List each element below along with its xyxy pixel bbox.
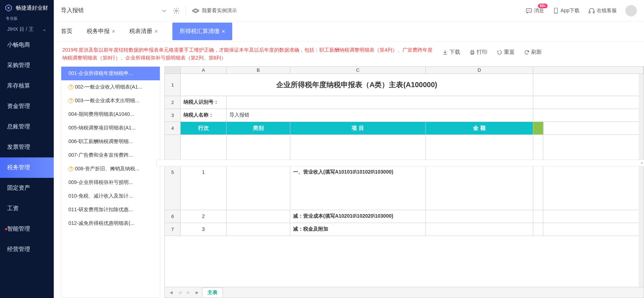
row-head-4[interactable]: 4 <box>165 122 181 134</box>
sidebar-item-1[interactable]: 采购管理 <box>0 55 54 76</box>
sheet-nav-prev[interactable]: ◁ <box>176 289 183 296</box>
brand-edition: 专业版 <box>0 16 54 24</box>
sidebar-item-6[interactable]: 税务管理 <box>0 157 54 178</box>
row-head-5[interactable]: 5 <box>165 135 181 210</box>
message-icon <box>525 7 533 14</box>
main: 导入报错 我要看实例演示 消息 99+ <box>54 0 644 298</box>
form-item-005[interactable]: 005-纳税调整项目明细表(A1... <box>61 121 160 135</box>
header-d[interactable]: 金 额 <box>426 122 533 134</box>
cell-5a[interactable]: 1 <box>181 135 226 210</box>
reset-icon <box>497 49 502 55</box>
sidebar-item-4[interactable]: 总账管理 <box>0 117 54 137</box>
cell-3b[interactable]: 导入报错 <box>226 109 533 122</box>
phone-icon <box>553 7 559 14</box>
svg-point-3 <box>192 10 199 12</box>
nav-list: JIHX 目 / 王 ⌄ 小畅电商 采购管理 库存核算 资金管理 总账管理 发票… <box>0 24 54 298</box>
form-item-007[interactable]: 007-广告费和业务宣传费跨... <box>61 148 160 162</box>
header-a[interactable]: 行次 <box>181 122 226 134</box>
form-item-010[interactable]: 010-免税、减计收入及加计... <box>61 189 160 203</box>
cell-2a[interactable]: 纳税人识别号： <box>181 96 226 109</box>
form-item-002[interactable]: ?002-一般企业收入明细表(A1... <box>61 80 160 94</box>
form-item-011[interactable]: 011-研发费用加计扣除优惠... <box>61 203 160 217</box>
notice-text: 2019年度涉及取以前年度结转数据的申报表单元格需要手工维护正确，才能保证本年及… <box>62 46 435 62</box>
refresh-icon <box>524 49 530 55</box>
page-title: 导入报错 <box>61 7 84 14</box>
header-b[interactable]: 类别 <box>226 122 290 134</box>
svg-point-5 <box>528 10 528 11</box>
sheet-nav-next[interactable]: ▷ <box>185 289 192 296</box>
sidebar-item-0[interactable]: 小畅电商 <box>0 35 54 55</box>
settings-icon[interactable] <box>173 7 180 14</box>
sidebar-item-2[interactable]: 库存核算 <box>0 76 54 96</box>
nav-item-truncated[interactable]: JIHX 目 / 王 ⌄ <box>0 24 54 35</box>
cell-6a[interactable]: 2 <box>181 210 226 223</box>
topbar: 导入报错 我要看实例演示 消息 99+ <box>54 0 644 22</box>
close-icon[interactable]: × <box>154 28 158 35</box>
app-download-button[interactable]: App下载 <box>553 7 579 14</box>
col-head-b[interactable]: B <box>226 67 290 74</box>
form-item-006[interactable]: 006-职工薪酬纳税调整明细... <box>61 135 160 148</box>
refresh-button[interactable]: 刷新 <box>524 49 542 56</box>
avatar[interactable] <box>625 5 637 16</box>
header-c[interactable]: 项 目 <box>290 122 426 134</box>
row-head-7[interactable]: 7 <box>165 223 181 236</box>
sidebar-item-10[interactable]: 经营管理 <box>0 239 54 260</box>
svg-rect-14 <box>471 53 474 55</box>
col-head-c[interactable]: C <box>290 67 426 74</box>
svg-point-2 <box>194 9 198 13</box>
close-icon[interactable]: × <box>222 28 225 35</box>
cell-3a[interactable]: 纳税人名称： <box>181 109 226 122</box>
corner-cell[interactable] <box>165 67 181 74</box>
sheet-nav-last[interactable]: ▶ <box>194 289 201 296</box>
row-head-3[interactable]: 3 <box>165 109 181 122</box>
sheet-nav-first[interactable]: ◀ <box>168 289 175 296</box>
cell-7c[interactable]: 减：税金及附加 <box>290 223 426 236</box>
tab-2[interactable]: 税表清册× <box>129 23 158 40</box>
close-icon[interactable]: × <box>112 28 115 35</box>
sheet-title[interactable]: 企业所得税年度纳税申报表（A类）主表(A100000) <box>181 74 533 96</box>
sheet-body[interactable]: 1 企业所得税年度纳税申报表（A类）主表(A100000) 2 纳税人识别号： <box>165 74 644 287</box>
sidebar: 畅捷通好业财 专业版 JIHX 目 / 王 ⌄ 小畅电商 采购管理 库存核算 资… <box>0 0 54 298</box>
toolbar: 下载 打印 重置 刷新 <box>442 46 542 56</box>
row-head-1[interactable]: 1 <box>165 74 181 96</box>
customer-service-button[interactable]: 在线客服 <box>588 7 617 14</box>
messages-button[interactable]: 消息 99+ <box>525 7 544 14</box>
form-item-008[interactable]: ?008-资产折旧、摊销及纳税... <box>61 162 160 176</box>
col-head-rest[interactable] <box>533 67 644 74</box>
sidebar-item-5[interactable]: 发票管理 <box>0 137 54 157</box>
form-item-009[interactable]: 009-企业所得税弥补亏损明... <box>61 176 160 189</box>
print-button[interactable]: 打印 <box>469 49 487 56</box>
row-head-2[interactable]: 2 <box>165 96 181 109</box>
sidebar-item-8[interactable]: 工资 <box>0 198 54 219</box>
sheet-tab-main[interactable]: 主表 <box>202 288 223 297</box>
svg-rect-10 <box>589 11 590 13</box>
demo-link[interactable]: 我要看实例演示 <box>192 7 237 15</box>
row-head-6[interactable]: 6 <box>165 210 181 223</box>
tab-home[interactable]: 首页 <box>61 23 72 40</box>
sidebar-item-9[interactable]: 智能管理 <box>0 219 54 239</box>
collapse-handle[interactable]: « <box>156 160 644 167</box>
form-item-004[interactable]: 004-期间费用明细表(A1040... <box>61 108 160 121</box>
content: 2019年度涉及取以前年度结转数据的申报表单元格需要手工维护正确，才能保证本年及… <box>54 42 644 298</box>
form-item-012[interactable]: 012-减免所得税优惠明细表(... <box>61 217 160 230</box>
print-icon <box>469 49 475 55</box>
svg-point-1 <box>176 10 177 11</box>
col-head-a[interactable]: A <box>181 67 226 74</box>
col-head-d[interactable]: D <box>426 67 533 74</box>
sidebar-item-7[interactable]: 固定资产 <box>0 178 54 198</box>
form-item-001[interactable]: 001-企业所得税年度纳税申... <box>61 67 160 80</box>
warn-icon: ? <box>68 166 73 171</box>
vertical-scrollbar[interactable] <box>639 74 644 287</box>
tab-1[interactable]: 税务申报× <box>87 23 115 40</box>
svg-point-6 <box>529 10 529 11</box>
svg-point-7 <box>530 10 531 11</box>
download-button[interactable]: 下载 <box>442 49 460 56</box>
reset-button[interactable]: 重置 <box>497 49 515 56</box>
cell-6c[interactable]: 减：营业成本(填写A102010\102020\103000) <box>290 210 426 223</box>
sidebar-item-3[interactable]: 资金管理 <box>0 96 54 117</box>
cell-7a[interactable]: 3 <box>181 223 226 236</box>
form-item-003[interactable]: ?003-一般企业成本支出明细... <box>61 94 160 108</box>
cell-5c[interactable]: 一、营业收入(填写A101010\101020\103000) <box>290 135 426 210</box>
tab-3[interactable]: 所得税汇算清缴× <box>172 23 232 40</box>
title-dropdown-icon[interactable] <box>161 8 167 14</box>
